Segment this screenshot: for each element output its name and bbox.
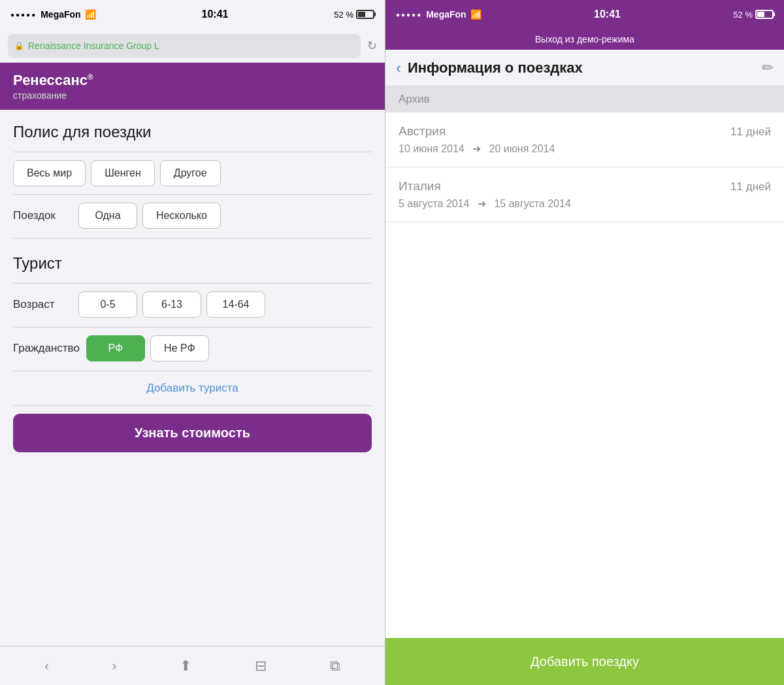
destination-buttons: Весь мир Шенген Другое: [13, 160, 372, 186]
cta-button[interactable]: Узнать стоимость: [13, 414, 372, 452]
add-tourist-link[interactable]: Добавить туриста: [13, 382, 372, 395]
divider-3: [13, 238, 372, 239]
lock-icon: 🔒: [14, 41, 24, 50]
age-row: Возраст 0-5 6-13 14-64: [13, 292, 372, 318]
right-carrier-name: MegaFon: [426, 9, 466, 20]
right-battery-pct: 52 %: [733, 10, 753, 20]
nav-header: ‹ Информация о поездках ✏: [385, 50, 784, 86]
trips-buttons: Одна Несколько: [78, 203, 221, 229]
demo-bar[interactable]: Выход из демо-режима: [385, 29, 784, 50]
nav-bookmarks-icon[interactable]: ⊟: [250, 652, 272, 680]
bottom-nav-bar: ‹ › ⬆ ⊟ ⧉: [0, 646, 385, 685]
brand-subtitle: страхование: [13, 90, 93, 101]
battery-pct: 52 %: [334, 10, 353, 20]
right-battery-area: 52 %: [733, 10, 774, 20]
trip-days-0: 11 дней: [730, 125, 771, 139]
right-panel: ●●●●● MegaFon 📶 10:41 52 % Выход из демо…: [385, 0, 784, 685]
trip-date-from-1: 5 августа 2014: [399, 198, 469, 209]
divider-2: [13, 194, 372, 195]
edit-icon[interactable]: ✏: [762, 59, 774, 76]
citizenship-btn-rf[interactable]: РФ: [86, 335, 145, 361]
wifi-icon: 📶: [85, 9, 96, 20]
right-battery-fill: [757, 12, 764, 17]
reload-button[interactable]: ↻: [367, 39, 377, 53]
age-btn-14-64[interactable]: 14-64: [206, 292, 265, 318]
age-btn-6-13[interactable]: 6-13: [142, 292, 201, 318]
right-wifi-icon: 📶: [470, 9, 482, 20]
signal-dots: ●●●●●: [10, 11, 37, 18]
brand-name: Ренессанс®: [13, 72, 93, 88]
battery-area: 52 %: [334, 10, 374, 20]
nav-share-icon[interactable]: ⬆: [174, 652, 197, 680]
divider-4: [13, 283, 372, 284]
carrier-name: MegaFon: [41, 9, 80, 20]
citizenship-buttons: РФ Не РФ: [86, 335, 209, 361]
trips-btn-one[interactable]: Одна: [78, 203, 137, 229]
archive-label: Архив: [385, 86, 784, 112]
page-title: Информация о поездках: [408, 59, 762, 76]
demo-bar-text[interactable]: Выход из демо-режима: [535, 34, 634, 44]
right-time-display: 10:41: [594, 8, 621, 20]
trip-arrow-1: ➜: [478, 198, 489, 209]
back-button[interactable]: ‹: [396, 59, 401, 77]
tourist-section-title: Турист: [13, 254, 372, 273]
divider-6: [13, 371, 372, 371]
destination-btn-schengen[interactable]: Шенген: [91, 160, 155, 186]
battery-icon: [356, 10, 374, 19]
trip-list: Австрия 11 дней 10 июня 2014 ➜ 20 июня 2…: [385, 112, 784, 638]
nav-forward-icon[interactable]: ›: [107, 653, 122, 678]
nav-back-icon[interactable]: ‹: [39, 653, 54, 678]
age-label: Возраст: [13, 298, 72, 311]
citizenship-row: Гражданство РФ Не РФ: [13, 335, 372, 361]
left-panel: ●●●●● MegaFon 📶 10:41 52 % 🔒 Renaissance…: [0, 0, 385, 685]
trip-item-header-1: Италия 11 дней: [399, 179, 771, 193]
citizenship-label: Гражданство: [13, 342, 80, 355]
trip-date-to-0: 20 июня 2014: [489, 143, 555, 154]
citizenship-btn-not-rf[interactable]: Не РФ: [150, 335, 209, 361]
trips-btn-multiple[interactable]: Несколько: [142, 203, 221, 229]
brand-logo: Ренессанс® страхование: [13, 72, 93, 101]
address-bar[interactable]: 🔒 Renaissance Insurance Group L ↻: [0, 29, 385, 63]
trips-row: Поездок Одна Несколько: [13, 203, 372, 229]
trips-label: Поездок: [13, 209, 72, 222]
divider-7: [13, 405, 372, 406]
url-text: Renaissance Insurance Group L: [28, 41, 354, 51]
trip-date-to-1: 15 августа 2014: [494, 198, 570, 209]
trip-date-from-0: 10 июня 2014: [399, 143, 465, 154]
trip-days-1: 11 дней: [730, 180, 771, 193]
right-signal-dots: ●●●●●: [396, 11, 422, 18]
destination-btn-world[interactable]: Весь мир: [13, 160, 86, 186]
left-status-bar: ●●●●● MegaFon 📶 10:41 52 %: [0, 0, 385, 29]
nav-tabs-icon[interactable]: ⧉: [325, 652, 346, 680]
add-trip-button[interactable]: Добавить поездку: [385, 638, 784, 685]
trip-item-1[interactable]: Италия 11 дней 5 августа 2014 ➜ 15 авгус…: [385, 167, 784, 222]
age-btn-0-5[interactable]: 0-5: [78, 292, 137, 318]
divider-5: [13, 327, 372, 327]
destination-btn-other[interactable]: Другое: [160, 160, 221, 186]
battery-fill: [358, 12, 365, 17]
trip-country-1: Италия: [399, 179, 441, 193]
brand-header: Ренессанс® страхование: [0, 63, 385, 110]
right-status-bar: ●●●●● MegaFon 📶 10:41 52 %: [385, 0, 784, 29]
trip-dates-1: 5 августа 2014 ➜ 15 августа 2014: [399, 197, 771, 210]
age-buttons: 0-5 6-13 14-64: [78, 292, 265, 318]
policy-section-title: Полис для поездки: [13, 123, 372, 141]
divider-1: [13, 152, 372, 152]
trip-item-0[interactable]: Австрия 11 дней 10 июня 2014 ➜ 20 июня 2…: [385, 112, 784, 167]
url-field[interactable]: 🔒 Renaissance Insurance Group L: [8, 34, 361, 58]
time-display: 10:41: [202, 8, 229, 20]
content-area: Полис для поездки Весь мир Шенген Другое…: [0, 110, 385, 646]
right-battery-icon: [755, 10, 774, 19]
trip-arrow-0: ➜: [472, 143, 483, 154]
trip-dates-0: 10 июня 2014 ➜ 20 июня 2014: [399, 142, 771, 155]
trip-item-header-0: Австрия 11 дней: [399, 124, 771, 139]
trip-country-0: Австрия: [399, 124, 446, 139]
